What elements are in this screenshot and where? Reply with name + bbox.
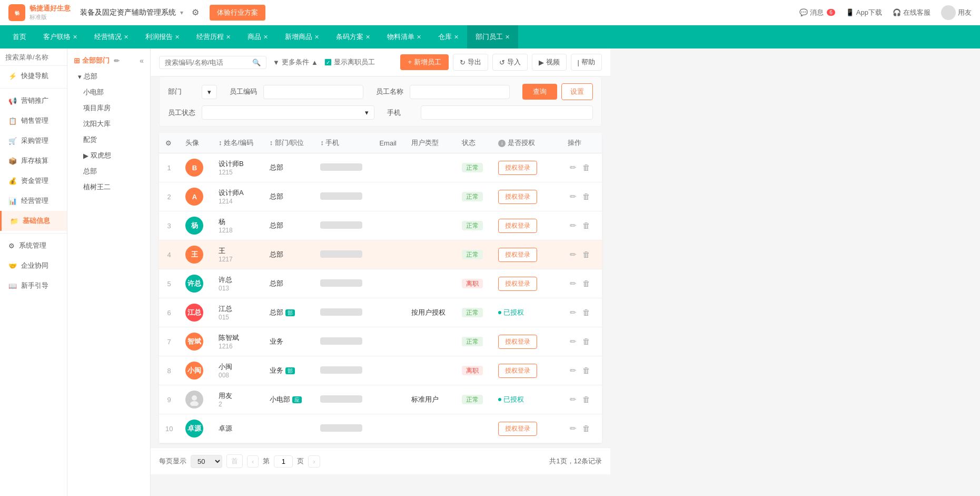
dept-item-peihuo[interactable]: 配货 bbox=[67, 132, 150, 148]
delete-button[interactable]: 🗑 bbox=[580, 336, 592, 347]
nav-item-bom[interactable]: 物料清单 ✕ bbox=[379, 25, 430, 48]
nav-close-goods[interactable]: ✕ bbox=[263, 34, 268, 41]
delete-button[interactable]: 🗑 bbox=[580, 162, 592, 173]
auth-button[interactable]: 授权登录 bbox=[498, 161, 537, 175]
dept-edit-icon[interactable]: ✏ bbox=[114, 57, 120, 65]
dept-item-zongbu[interactable]: ▾ 总部 bbox=[67, 69, 150, 84]
query-button[interactable]: 查询 bbox=[522, 84, 557, 100]
sidebar-item-system[interactable]: ⚙ 系统管理 bbox=[0, 236, 67, 256]
status-select[interactable]: ▾ bbox=[202, 105, 374, 120]
emp-name-input[interactable] bbox=[410, 85, 510, 99]
nav-item-warehouse[interactable]: 仓库 ✕ bbox=[430, 25, 467, 48]
sidebar-item-inventory[interactable]: 📦 库存核算 bbox=[0, 151, 67, 171]
edit-button[interactable]: ✏ bbox=[568, 249, 579, 260]
auth-button[interactable]: 授权登录 bbox=[498, 190, 537, 204]
delete-button[interactable]: 🗑 bbox=[580, 307, 592, 318]
emp-code-input[interactable] bbox=[263, 85, 363, 99]
dept-item-project[interactable]: 项目库房 bbox=[67, 100, 150, 116]
auth-button[interactable]: 授权登录 bbox=[498, 248, 537, 262]
nav-item-operation[interactable]: 经营情况 ✕ bbox=[86, 25, 137, 48]
sidebar-item-cooperation[interactable]: 🤝 企业协同 bbox=[0, 256, 67, 276]
sidebar-item-sales[interactable]: 📋 销售管理 bbox=[0, 111, 67, 131]
dept-item-xiaodian[interactable]: 小电部 bbox=[67, 84, 150, 100]
sidebar-item-operation[interactable]: 📊 经营管理 bbox=[0, 191, 67, 211]
edit-button[interactable]: ✏ bbox=[568, 394, 579, 405]
col-phone[interactable]: ↕ 手机 bbox=[314, 133, 373, 153]
sidebar-item-quick-nav[interactable]: ⚡ 快捷导航 bbox=[0, 66, 67, 86]
page-number-input[interactable] bbox=[274, 455, 293, 468]
delete-button[interactable]: 🗑 bbox=[580, 191, 592, 202]
nav-item-dept-staff[interactable]: 部门员工 ✕ bbox=[467, 25, 518, 48]
search-input[interactable] bbox=[165, 59, 249, 66]
import-button[interactable]: ↺ 导入 bbox=[492, 54, 528, 71]
edit-button[interactable]: ✏ bbox=[568, 336, 579, 347]
nav-close-bom[interactable]: ✕ bbox=[417, 34, 421, 41]
sidebar-item-guide[interactable]: 📖 新手引导 bbox=[0, 276, 67, 296]
online-service-button[interactable]: 🎧 在线客服 bbox=[893, 8, 930, 17]
video-button[interactable]: ▶ 视频 bbox=[532, 54, 567, 71]
set-button[interactable]: 设置 bbox=[561, 83, 593, 100]
gear-icon[interactable]: ⚙ bbox=[192, 7, 199, 17]
edit-button[interactable]: ✏ bbox=[568, 307, 579, 318]
nav-close-dept-staff[interactable]: ✕ bbox=[505, 34, 510, 41]
auth-info-icon[interactable]: i bbox=[498, 140, 506, 147]
nav-item-barcode[interactable]: 条码方案 ✕ bbox=[328, 25, 379, 48]
sidebar-item-basic-info[interactable]: 📁 基础信息 bbox=[0, 211, 67, 231]
system-dropdown-arrow[interactable]: ▾ bbox=[180, 9, 183, 16]
message-button[interactable]: 💬 消息 6 bbox=[799, 8, 835, 17]
edit-button[interactable]: ✏ bbox=[568, 423, 579, 434]
nav-item-customer[interactable]: 客户联络 ✕ bbox=[35, 25, 86, 48]
edit-button[interactable]: ✏ bbox=[568, 365, 579, 376]
nav-close-operation[interactable]: ✕ bbox=[124, 34, 128, 41]
nav-item-goods[interactable]: 商品 ✕ bbox=[239, 25, 276, 48]
col-settings[interactable]: ⚙ bbox=[159, 133, 179, 153]
help-button[interactable]: | 帮助 bbox=[571, 54, 602, 71]
dept-item-shenyang[interactable]: 沈阳大库 bbox=[67, 116, 150, 132]
nav-close-barcode[interactable]: ✕ bbox=[365, 34, 370, 41]
dept-item-zongbu2[interactable]: 总部 bbox=[67, 163, 150, 179]
delete-button[interactable]: 🗑 bbox=[580, 423, 592, 434]
delete-button[interactable]: 🗑 bbox=[580, 365, 592, 376]
first-page-button[interactable]: 首 bbox=[226, 454, 243, 468]
prev-page-button[interactable]: ‹ bbox=[247, 455, 259, 468]
trial-button[interactable]: 体验行业方案 bbox=[210, 5, 265, 21]
resigned-checkbox[interactable]: ✓ bbox=[324, 59, 332, 66]
edit-button[interactable]: ✏ bbox=[568, 278, 579, 289]
nav-item-add-goods[interactable]: 新增商品 ✕ bbox=[276, 25, 328, 48]
edit-button[interactable]: ✏ bbox=[568, 162, 579, 173]
more-filter-button[interactable]: ▼ 更多条件 ▲ bbox=[273, 57, 318, 67]
delete-button[interactable]: 🗑 bbox=[580, 249, 592, 260]
nav-close-warehouse[interactable]: ✕ bbox=[454, 34, 459, 41]
sidebar-search-input[interactable] bbox=[5, 53, 67, 61]
auth-button[interactable]: 授权登录 bbox=[498, 277, 537, 291]
delete-button[interactable]: 🗑 bbox=[580, 220, 592, 231]
edit-button[interactable]: ✏ bbox=[568, 220, 579, 231]
show-resigned-toggle[interactable]: ✓ 显示离职员工 bbox=[324, 57, 375, 67]
next-page-button[interactable]: › bbox=[308, 455, 320, 468]
edit-button[interactable]: ✏ bbox=[568, 191, 579, 202]
user-area[interactable]: 用友 bbox=[941, 5, 972, 20]
dept-item-shuanghu[interactable]: ▶ 双虎想 bbox=[67, 148, 150, 163]
nav-close-add-goods[interactable]: ✕ bbox=[314, 34, 319, 41]
col-dept[interactable]: ↕ 部门/职位 bbox=[263, 133, 314, 153]
nav-close-profit[interactable]: ✕ bbox=[175, 34, 180, 41]
col-name[interactable]: ↕ 姓名/编码 bbox=[212, 133, 263, 153]
nav-close-customer[interactable]: ✕ bbox=[73, 34, 77, 41]
nav-close-history[interactable]: ✕ bbox=[226, 34, 231, 41]
phone-input[interactable] bbox=[421, 105, 593, 120]
auth-button[interactable]: 授权登录 bbox=[498, 364, 537, 378]
search-submit-icon[interactable]: 🔍 bbox=[252, 59, 261, 66]
delete-button[interactable]: 🗑 bbox=[580, 394, 592, 405]
per-page-select[interactable]: 50 100 bbox=[191, 455, 222, 468]
auth-button[interactable]: 授权登录 bbox=[498, 422, 537, 436]
auth-button[interactable]: 授权登录 bbox=[498, 335, 537, 349]
nav-item-history[interactable]: 经营历程 ✕ bbox=[188, 25, 239, 48]
delete-button[interactable]: 🗑 bbox=[580, 278, 592, 289]
sidebar-item-purchase[interactable]: 🛒 采购管理 bbox=[0, 131, 67, 151]
dept-item-zhishu[interactable]: 植树王二 bbox=[67, 179, 150, 195]
nav-item-home[interactable]: 首页 bbox=[4, 25, 35, 48]
dept-collapse-button[interactable]: « bbox=[140, 56, 144, 65]
sidebar-item-finance[interactable]: 💰 资金管理 bbox=[0, 171, 67, 191]
export-button[interactable]: ↻ 导出 bbox=[453, 54, 488, 71]
app-download-button[interactable]: 📱 App下载 bbox=[846, 8, 882, 17]
